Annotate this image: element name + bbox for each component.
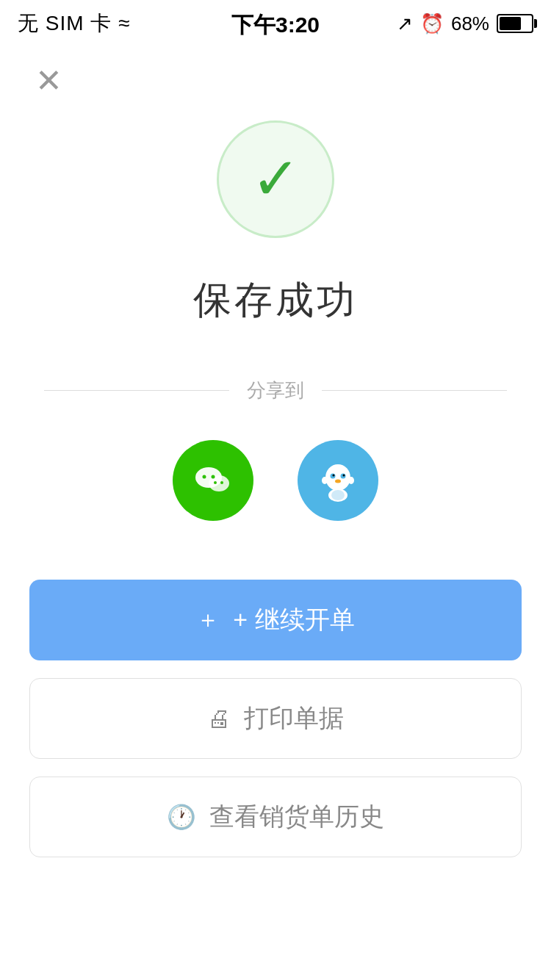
svg-point-6 xyxy=(325,464,350,491)
close-icon: ✕ xyxy=(35,65,62,97)
battery-icon xyxy=(497,14,533,33)
plus-icon: ＋ xyxy=(196,604,220,636)
share-label: 分享到 xyxy=(229,378,322,403)
svg-point-15 xyxy=(331,490,345,500)
print-label: 打印单据 xyxy=(244,702,344,735)
share-icons-container xyxy=(173,440,378,521)
battery-fill xyxy=(500,17,521,30)
alarm-icon: ⏰ xyxy=(420,12,444,35)
divider-line-right xyxy=(322,390,507,391)
history-button[interactable]: 🕐 查看销货单历史 xyxy=(29,777,522,857)
print-button[interactable]: 🖨 打印单据 xyxy=(29,678,522,759)
qq-share-button[interactable] xyxy=(298,440,378,521)
status-right-info: ↗ ⏰ 68% xyxy=(397,12,533,35)
svg-point-3 xyxy=(212,475,215,479)
main-content: ✓ 保存成功 分享到 xyxy=(0,47,551,857)
svg-point-13 xyxy=(348,477,354,484)
svg-point-5 xyxy=(220,481,223,484)
svg-point-9 xyxy=(333,475,335,477)
status-time: 下午3:20 xyxy=(231,10,320,40)
wechat-share-button[interactable] xyxy=(173,440,253,521)
status-bar: 无 SIM 卡 ≈ 下午3:20 ↗ ⏰ 68% xyxy=(0,0,551,47)
battery-percent: 68% xyxy=(451,12,489,35)
svg-point-12 xyxy=(322,477,328,484)
share-divider: 分享到 xyxy=(0,378,551,403)
continue-label: + 继续开单 xyxy=(233,603,354,637)
success-circle: ✓ xyxy=(217,120,334,238)
success-title: 保存成功 xyxy=(193,275,358,326)
status-left-info: 无 SIM 卡 ≈ xyxy=(18,10,130,37)
history-label: 查看销货单历史 xyxy=(209,800,384,834)
svg-point-11 xyxy=(335,480,341,483)
location-icon: ↗ xyxy=(397,12,413,35)
close-button[interactable]: ✕ xyxy=(26,59,71,103)
qq-icon xyxy=(314,457,361,504)
svg-point-2 xyxy=(203,475,206,479)
continue-button[interactable]: ＋ + 继续开单 xyxy=(29,580,522,660)
divider-line-left xyxy=(44,390,229,391)
svg-point-10 xyxy=(343,475,345,477)
checkmark-icon: ✓ xyxy=(251,150,300,209)
action-buttons: ＋ + 继续开单 🖨 打印单据 🕐 查看销货单历史 xyxy=(0,580,551,857)
svg-point-4 xyxy=(214,481,217,484)
wechat-icon xyxy=(190,457,237,504)
history-icon: 🕐 xyxy=(167,803,196,831)
print-icon: 🖨 xyxy=(207,705,231,732)
